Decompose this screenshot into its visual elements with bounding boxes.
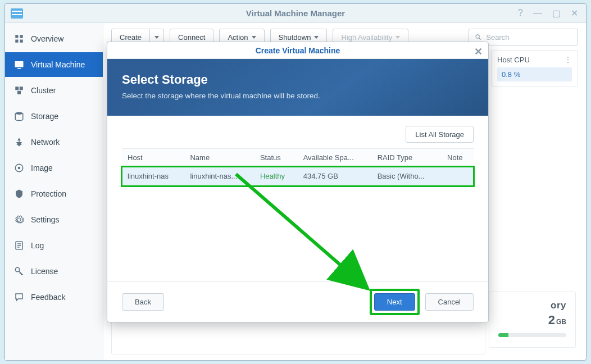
sidebar-item-label: Protection [31, 189, 66, 198]
svg-rect-6 [15, 87, 19, 90]
chevron-down-icon [314, 36, 319, 39]
svg-rect-0 [15, 35, 18, 38]
cell-status: Healthy [254, 167, 298, 186]
svg-point-11 [18, 167, 21, 170]
vm-icon [14, 60, 24, 70]
memory-card: ory 2GB [489, 292, 576, 348]
col-host[interactable]: Host [122, 149, 184, 167]
memory-bar [498, 333, 566, 337]
sidebar-item-settings[interactable]: Settings [5, 207, 103, 232]
modal-heading: Select Storage [122, 72, 474, 87]
svg-rect-2 [15, 40, 18, 43]
network-icon [14, 137, 24, 147]
sidebar-item-cluster[interactable]: Cluster [5, 78, 103, 103]
protection-icon [14, 189, 24, 199]
sidebar-item-network[interactable]: Network [5, 130, 103, 154]
close-icon[interactable]: ✕ [474, 46, 483, 58]
svg-line-18 [479, 38, 481, 40]
cell-host: linuxhint-nas [122, 167, 184, 186]
sidebar-item-image[interactable]: Image [5, 156, 103, 180]
sidebar-item-protection[interactable]: Protection [5, 181, 103, 206]
cell-note [442, 167, 474, 186]
sidebar-item-log[interactable]: Log [5, 233, 103, 258]
image-icon [14, 163, 24, 173]
titlebar: Virtual Machine Manager ? — ▢ ✕ [5, 4, 586, 23]
minimize-icon[interactable]: — [531, 7, 544, 20]
sidebar-item-feedback[interactable]: Feedback [5, 285, 103, 310]
key-icon [14, 266, 24, 276]
host-cpu-label: Host CPU [497, 56, 530, 64]
next-highlight: Next [370, 289, 420, 315]
modal-title: Create Virtual Machine [256, 46, 340, 55]
memory-label: ory [489, 300, 575, 311]
host-cpu-card: Host CPU ⋮ 0.8 % [491, 50, 578, 87]
gear-icon [14, 215, 24, 225]
window-title: Virtual Machine Manager [5, 8, 586, 18]
search-input[interactable] [486, 33, 572, 42]
sidebar-item-license[interactable]: License [5, 259, 103, 284]
modal-header: Select Storage Select the storage where … [107, 59, 488, 116]
cell-raid: Basic (Witho... [372, 167, 442, 186]
maximize-icon[interactable]: ▢ [550, 7, 563, 20]
sidebar-item-overview[interactable]: Overview [5, 26, 103, 51]
sidebar-item-label: Log [31, 241, 44, 250]
sidebar-item-label: Cluster [31, 86, 56, 95]
storage-table: Host Name Status Available Spa... RAID T… [122, 148, 474, 186]
search-icon [475, 33, 481, 41]
vm-details: BIOS: Legacy BIOS Running Host: linuxhin… [111, 353, 485, 354]
sidebar-item-label: Network [31, 138, 60, 147]
log-icon [14, 240, 24, 251]
next-button[interactable]: Next [374, 293, 415, 311]
feedback-icon [14, 292, 24, 302]
svg-rect-1 [20, 35, 23, 38]
svg-point-16 [15, 267, 20, 272]
svg-point-9 [15, 112, 23, 115]
back-button[interactable]: Back [122, 293, 164, 311]
svg-rect-7 [20, 87, 23, 90]
sidebar-item-label: Feedback [31, 293, 65, 302]
sidebar-item-label: License [31, 267, 58, 276]
col-note[interactable]: Note [442, 149, 474, 167]
window-controls: ? — ▢ ✕ [516, 7, 580, 20]
modal-titlebar: Create Virtual Machine ✕ [107, 42, 488, 59]
col-name[interactable]: Name [184, 149, 254, 167]
cell-available: 434.75 GB [298, 167, 372, 186]
sidebar-item-storage[interactable]: Storage [5, 104, 103, 129]
sidebar: Overview Virtual Machine Cluster Storage… [5, 23, 103, 360]
storage-icon [14, 111, 24, 121]
col-available[interactable]: Available Spa... [298, 149, 372, 167]
chevron-down-icon [252, 36, 256, 39]
col-status[interactable]: Status [254, 149, 298, 167]
cell-name: linuxhint-nas... [184, 167, 254, 186]
cancel-button[interactable]: Cancel [425, 293, 474, 311]
col-raid[interactable]: RAID Type [372, 149, 442, 167]
modal-body: List All Storage Host Name Status Availa… [107, 116, 488, 281]
cluster-icon [14, 85, 24, 95]
chevron-down-icon [154, 36, 159, 39]
chevron-down-icon [395, 36, 400, 39]
list-all-storage-button[interactable]: List All Storage [406, 126, 474, 143]
sidebar-item-label: Overview [31, 34, 63, 43]
svg-rect-4 [15, 61, 24, 67]
modal-footer: Back Next Cancel [107, 281, 488, 322]
svg-rect-8 [17, 91, 21, 94]
sidebar-item-label: Storage [31, 112, 58, 121]
help-icon[interactable]: ? [516, 7, 525, 20]
host-cpu-value: 0.8 % [497, 67, 572, 81]
overview-icon [14, 34, 24, 44]
svg-rect-3 [20, 40, 23, 43]
create-vm-modal: Create Virtual Machine ✕ Select Storage … [107, 42, 489, 322]
panel-more-icon[interactable]: ⋮ [564, 55, 572, 64]
sidebar-item-label: Settings [31, 215, 60, 224]
memory-value: 2GB [489, 313, 575, 327]
svg-point-17 [476, 35, 479, 38]
sidebar-item-label: Image [31, 163, 53, 172]
svg-rect-5 [17, 68, 21, 69]
sidebar-item-label: Virtual Machine [31, 60, 85, 69]
close-window-icon[interactable]: ✕ [569, 7, 580, 20]
modal-subheading: Select the storage where the virtual mac… [122, 92, 474, 100]
app-icon [11, 8, 23, 19]
sidebar-item-virtual-machine[interactable]: Virtual Machine [5, 52, 103, 77]
storage-row[interactable]: linuxhint-nas linuxhint-nas... Healthy 4… [122, 167, 474, 186]
